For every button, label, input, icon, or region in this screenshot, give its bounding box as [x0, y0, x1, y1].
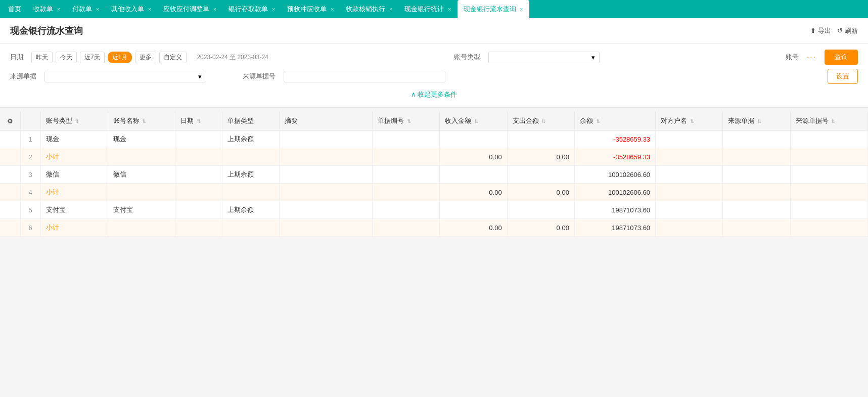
settings-button[interactable]: 设置: [828, 69, 858, 84]
table-row: 2小计0.000.00-3528659.33: [0, 148, 868, 166]
collapse-bar[interactable]: ∧ 收起更多条件: [10, 88, 858, 101]
cell-account-name: [108, 184, 175, 201]
cell-counterparty: [656, 166, 723, 184]
cell-doc-no: [373, 166, 440, 184]
cell-seq: 2: [20, 148, 40, 166]
date-1month[interactable]: 近1月: [108, 52, 132, 63]
nav-receipt[interactable]: 收款单 ×: [27, 0, 66, 18]
export-button[interactable]: ⬆ 导出: [810, 26, 831, 35]
date-range-text: 2023-02-24 至 2023-03-24: [197, 53, 268, 62]
cell-doc-type: [222, 148, 279, 166]
query-button[interactable]: 查询: [825, 50, 858, 65]
cell-source-doc: [723, 184, 790, 201]
close-icon[interactable]: ×: [96, 6, 99, 12]
cell-doc-no: [373, 201, 440, 219]
nav-collection[interactable]: 收款核销执行 ×: [340, 0, 398, 18]
cell-doc-type: 上期余额: [222, 130, 279, 148]
source-doc-select[interactable]: ▾: [44, 71, 206, 82]
date-more[interactable]: 更多: [135, 52, 156, 63]
close-icon[interactable]: ×: [331, 6, 334, 12]
cell-summary: [279, 219, 373, 237]
data-table: ⚙ 账号类型 ⇅ 账号名称 ⇅ 日期 ⇅ 单据类型 摘要 单据编号 ⇅ 收入金额…: [0, 112, 868, 237]
nav-cash-stats[interactable]: 现金银行统计 ×: [398, 0, 457, 18]
th-doc-no[interactable]: 单据编号 ⇅: [373, 112, 440, 130]
cell-balance: 100102606.60: [574, 184, 655, 201]
cell-account-type: 现金: [40, 130, 108, 148]
cell-account-type: 小计: [40, 148, 108, 166]
cell-seq: 1: [20, 130, 40, 148]
cell-seq: 6: [20, 219, 40, 237]
nav-home[interactable]: 首页: [2, 0, 27, 18]
cell-summary: [279, 184, 373, 201]
cell-source-doc: [723, 130, 790, 148]
close-icon[interactable]: ×: [448, 6, 451, 12]
cell-source-doc: [723, 166, 790, 184]
close-icon[interactable]: ×: [520, 6, 523, 12]
table-row: 6小计0.000.0019871073.60: [0, 219, 868, 237]
cell-income: 0.00: [440, 148, 507, 166]
th-date[interactable]: 日期 ⇅: [175, 112, 222, 130]
th-doc-type: 单据类型: [222, 112, 279, 130]
close-icon[interactable]: ×: [389, 6, 392, 12]
cell-date: [175, 184, 222, 201]
cell-counterparty: [656, 148, 723, 166]
cell-date: [175, 219, 222, 237]
account-type-select[interactable]: ▾: [488, 52, 600, 63]
cell-expense: [507, 130, 574, 148]
cell-doc-no: [373, 184, 440, 201]
th-source-doc[interactable]: 来源单据 ⇅: [723, 112, 790, 130]
date-today[interactable]: 今天: [56, 52, 77, 63]
date-yesterday[interactable]: 昨天: [31, 52, 53, 63]
top-nav: 首页 收款单 × 付款单 × 其他收入单 × 应收应付调整单 × 银行存取款单 …: [0, 0, 868, 18]
page-header: 现金银行流水查询 ⬆ 导出 ↺ 刷新: [0, 18, 868, 43]
date-custom[interactable]: 自定义: [159, 52, 187, 63]
th-balance[interactable]: 余额 ⇅: [574, 112, 655, 130]
gear-icon[interactable]: ⚙: [7, 117, 13, 125]
cell-account-name: [108, 148, 175, 166]
cell-account-name: 微信: [108, 166, 175, 184]
export-icon: ⬆: [810, 27, 816, 34]
cell-income: [440, 201, 507, 219]
nav-bank-deposit[interactable]: 银行存取款单 ×: [222, 0, 281, 18]
th-expense[interactable]: 支出金额 ⇅: [507, 112, 574, 130]
cell-balance: 100102606.60: [574, 166, 655, 184]
close-icon[interactable]: ×: [272, 6, 275, 12]
close-icon[interactable]: ×: [148, 6, 151, 12]
cell-doc-no: [373, 148, 440, 166]
cell-counterparty: [656, 184, 723, 201]
th-income[interactable]: 收入金额 ⇅: [440, 112, 507, 130]
th-counterparty[interactable]: 对方户名 ⇅: [656, 112, 723, 130]
cell-date: [175, 201, 222, 219]
cell-expense: [507, 166, 574, 184]
nav-prepayment[interactable]: 预收冲应收单 ×: [281, 0, 340, 18]
cell-account-name: [108, 219, 175, 237]
close-icon[interactable]: ×: [57, 6, 60, 12]
cell-account-type: 小计: [40, 219, 108, 237]
nav-other-income[interactable]: 其他收入单 ×: [105, 0, 157, 18]
cell-source-doc-no: [790, 130, 867, 148]
refresh-button[interactable]: ↺ 刷新: [837, 26, 858, 35]
nav-cash-flow-query[interactable]: 现金银行流水查询 ×: [458, 0, 529, 18]
date-options: 昨天 今天 近7天 近1月 更多 自定义: [31, 52, 187, 63]
cell-seq: 4: [20, 184, 40, 201]
chevron-down-icon: ▾: [198, 73, 202, 80]
date-7days[interactable]: 近7天: [80, 52, 105, 63]
th-source-doc-no[interactable]: 来源单据号 ⇅: [790, 112, 867, 130]
table-row: 5支付宝支付宝上期余额19871073.60: [0, 201, 868, 219]
source-doc-num-input[interactable]: [284, 71, 445, 82]
th-account-type[interactable]: 账号类型 ⇅: [40, 112, 108, 130]
th-summary: 摘要: [279, 112, 373, 130]
th-seq: [20, 112, 40, 130]
close-icon[interactable]: ×: [213, 6, 216, 12]
cell-source-doc-no: [790, 148, 867, 166]
th-account-name[interactable]: 账号名称 ⇅: [108, 112, 175, 130]
cell-account-type: 支付宝: [40, 201, 108, 219]
nav-ar-ap-adjust[interactable]: 应收应付调整单 ×: [157, 0, 222, 18]
account-dots[interactable]: ···: [807, 53, 816, 62]
th-settings[interactable]: ⚙: [0, 112, 20, 130]
cell-summary: [279, 148, 373, 166]
nav-payment[interactable]: 付款单 ×: [66, 0, 105, 18]
cell-doc-type: 上期余额: [222, 166, 279, 184]
cell-settings: [0, 130, 20, 148]
cell-expense: 0.00: [507, 148, 574, 166]
